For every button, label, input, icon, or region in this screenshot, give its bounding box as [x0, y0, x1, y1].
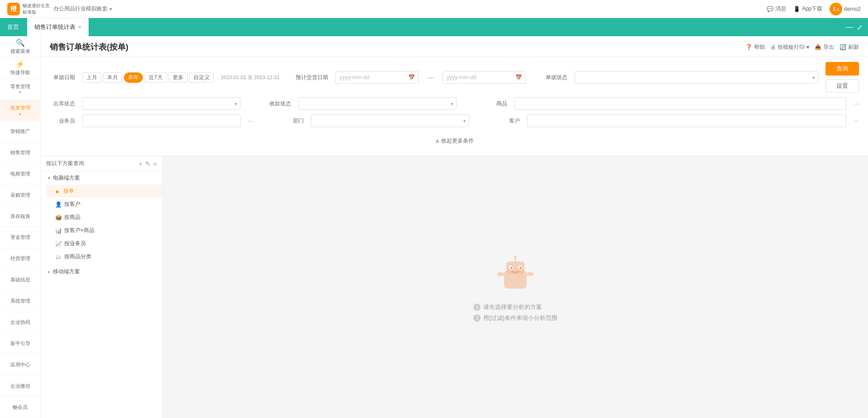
hint-item-1: 1 请先选择要分析的方案 [473, 303, 557, 311]
sidebar-item-basic[interactable]: 基础信息 [0, 270, 40, 291]
sidebar-item-search-menu[interactable]: 🔍 搜索菜单 [0, 36, 40, 57]
sidebar-item-wholesale[interactable]: 批发管理 ▴ [0, 100, 40, 121]
top-bar-right: 💬 消息 📱 App下载 Ea demo2 [767, 3, 861, 15]
tree-item-by-salesperson[interactable]: 📈 按业务员 [46, 237, 162, 250]
help-button[interactable]: ❓ 帮助 [745, 43, 765, 51]
status-select[interactable] [575, 71, 818, 84]
product-input[interactable] [514, 97, 846, 110]
page-title: 销售订单统计表(按单) [50, 42, 128, 52]
sidebar-item-system[interactable]: 系统管理 [0, 291, 40, 312]
sidebar-item-appstore[interactable]: 应用中心 [0, 354, 40, 375]
sidebar-item-label: 电商管理 [10, 171, 30, 177]
tree-item-by-customer[interactable]: 👤 按客户 [46, 198, 162, 211]
export-icon: 📤 [815, 44, 821, 50]
right-content: 1 请先选择要分析的方案 2 用[过滤]条件来缩小分析范围 [163, 156, 868, 418]
page-header-actions: ❓ 帮助 🖨 按模板打印 ▾ 📤 导出 🔄 刷新 [745, 43, 859, 51]
department-select[interactable] [311, 114, 469, 127]
tree-parent-mobile[interactable]: ▸ 移动端方案 [41, 265, 162, 278]
left-panel-header: 按以下方案查询 + ✎ « [41, 156, 162, 171]
setting-button[interactable]: 设置 [826, 79, 859, 93]
tab-close-icon[interactable]: × [78, 24, 81, 30]
tree-item-by-order[interactable]: ● 按单 [46, 185, 162, 198]
product-scheme-icon: 📦 [55, 214, 61, 221]
tree-item-by-category[interactable]: 🗂 按商品分类 [46, 250, 162, 263]
expected-date-label: 预计交货日期 [296, 74, 328, 81]
tab-home[interactable]: 首页 [0, 18, 26, 36]
expected-date-from-wrap: 📅 [335, 71, 419, 84]
date-btn-this-year[interactable]: 本年 [124, 72, 143, 83]
sidebar-item-inventory[interactable]: 库存核算 [0, 206, 40, 227]
sidebar-item-quick-nav[interactable]: ⚡ 快捷导航 [0, 57, 40, 79]
tab-expand-icon[interactable]: ⤢ [857, 23, 863, 32]
hint-text-2: 用[过滤]条件来缩小分析范围 [483, 314, 557, 322]
tree-item-by-cust-prod[interactable]: 📊 按客户+商品 [46, 224, 162, 237]
content-area: 销售订单统计表(按单) ❓ 帮助 🖨 按模板打印 ▾ 📤 导出 🔄 刷新 [41, 36, 868, 418]
edit-scheme-icon[interactable]: ✎ [145, 160, 151, 167]
sidebar-item-purchase[interactable]: 采购管理 [0, 185, 40, 206]
sidebar-item-wechat[interactable]: 企业微信 [0, 375, 40, 397]
breadcrumb: 办公用品行业模拟账套 ▾ [53, 5, 112, 13]
date-btn-more[interactable]: 更多 [169, 72, 188, 83]
tab-minimize-icon[interactable]: — [846, 23, 853, 31]
empty-hints: 1 请先选择要分析的方案 2 用[过滤]条件来缩小分析范围 [473, 303, 557, 322]
collapse-row: ∧ 收起更多条件 [50, 132, 859, 150]
customer-ellipsis-icon[interactable]: ··· [854, 117, 859, 124]
export-button[interactable]: 📤 导出 [815, 43, 834, 51]
tab-label: 销售订单统计表 [34, 23, 75, 31]
expected-date-from[interactable] [335, 71, 419, 84]
sidebar-item-member[interactable]: 畅会员 [0, 397, 40, 418]
sidebar-item-newbie[interactable]: 新手引导 [0, 333, 40, 354]
date-quick-btns: 上月 本月 本年 近7天 更多 自定义 [82, 72, 214, 83]
refresh-button[interactable]: 🔄 刷新 [840, 43, 859, 51]
payment-select[interactable] [298, 97, 457, 110]
sidebar-item-marketing[interactable]: 营销推广 [0, 121, 40, 142]
sidebar-item-retail[interactable]: 零售管理 ▾ [0, 79, 40, 100]
expected-date-to[interactable] [443, 71, 526, 84]
product-ellipsis-icon[interactable]: ··· [854, 100, 859, 107]
query-button[interactable]: 查询 [826, 62, 859, 76]
salesperson-input[interactable] [82, 114, 241, 127]
avatar: Ea [830, 3, 842, 15]
tree-parent-desktop[interactable]: ▾ 电脑端方案 [41, 171, 162, 185]
sidebar-item-sales[interactable]: 销售管理 [0, 142, 40, 163]
sidebar-item-ecommerce[interactable]: 电商管理 [0, 163, 40, 185]
app-icon: 📱 [793, 6, 800, 12]
date-btn-custom[interactable]: 自定义 [189, 72, 214, 83]
page-header: 销售订单统计表(按单) ❓ 帮助 🖨 按模板打印 ▾ 📤 导出 🔄 刷新 [41, 36, 868, 57]
salesperson-scheme-icon: 📈 [55, 241, 61, 247]
tab-bar: 首页 销售订单统计表 × — ⤢ [0, 18, 868, 36]
app-download-button[interactable]: 📱 App下载 [793, 5, 822, 13]
customer-input[interactable] [527, 114, 847, 127]
chevron-down-icon: ▾ [807, 44, 809, 50]
top-bar: 橙 畅捷通好生意 标准版 办公用品行业模拟账套 ▾ 💬 消息 📱 App下载 E… [0, 0, 868, 18]
template-print-button[interactable]: 🖨 按模板打印 ▾ [770, 43, 809, 51]
tree-item-by-product[interactable]: 📦 按商品 [46, 211, 162, 224]
breadcrumb-dropdown-icon[interactable]: ▾ [109, 6, 112, 12]
sidebar-item-label: 经营管理 [10, 255, 30, 262]
sidebar-item-label: 资金管理 [10, 234, 30, 241]
sidebar: 🔍 搜索菜单 ⚡ 快捷导航 零售管理 ▾ 批发管理 ▴ 营销推广 销售管理 电商… [0, 36, 41, 418]
message-icon: 💬 [767, 6, 774, 12]
svg-point-5 [519, 267, 521, 269]
tree-section-label: 电脑端方案 [53, 174, 80, 182]
tab-sales-order[interactable]: 销售订单统计表 × [27, 18, 89, 36]
sidebar-item-label: 零售管理 [10, 83, 30, 90]
sidebar-item-operations[interactable]: 经营管理 [0, 248, 40, 270]
sidebar-item-enterprise[interactable]: 企业协同 [0, 312, 40, 333]
tab-bar-right: — ⤢ [846, 23, 868, 32]
sidebar-item-finance[interactable]: 资金管理 [0, 227, 40, 248]
delivery-select[interactable] [82, 97, 241, 110]
salesperson-ellipsis-icon[interactable]: ··· [248, 117, 253, 124]
date-btn-last-month[interactable]: 上月 [82, 72, 101, 83]
collapse-icon: ∧ [435, 138, 439, 144]
collapse-button[interactable]: ∧ 收起更多条件 [435, 134, 474, 147]
message-button[interactable]: 💬 消息 [767, 5, 786, 13]
collapse-panel-icon[interactable]: « [153, 160, 157, 167]
tree-expand-icon-mobile: ▸ [48, 269, 50, 274]
date-btn-this-month[interactable]: 本月 [103, 72, 122, 83]
top-bar-left: 橙 畅捷通好生意 标准版 办公用品行业模拟账套 ▾ [7, 3, 112, 15]
main-layout: 🔍 搜索菜单 ⚡ 快捷导航 零售管理 ▾ 批发管理 ▴ 营销推广 销售管理 电商… [0, 36, 868, 418]
date-btn-7days[interactable]: 近7天 [145, 72, 167, 83]
add-scheme-icon[interactable]: + [139, 160, 142, 167]
user-area[interactable]: Ea demo2 [830, 3, 861, 15]
